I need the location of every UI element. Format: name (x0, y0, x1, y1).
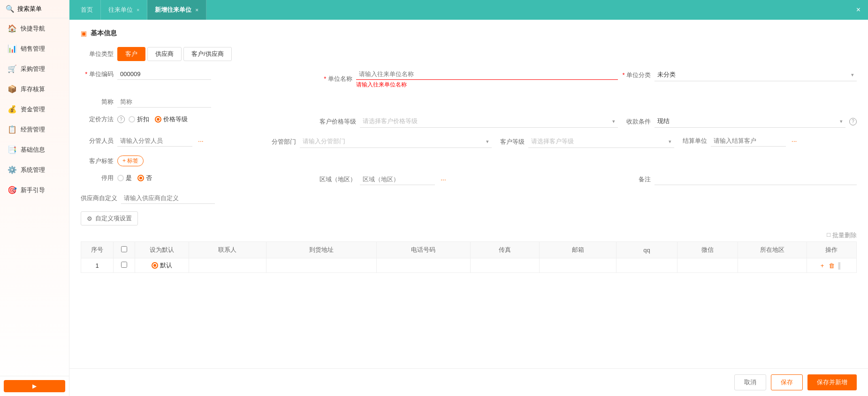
department-placeholder: 请输入分管部门 (303, 137, 345, 146)
tab-new-counterpart-label: 新增往来单位 (155, 6, 191, 14)
type-btn-customer[interactable]: 客户 (117, 47, 145, 61)
abbreviation-row: 简称 (81, 96, 857, 108)
save-new-button[interactable]: 保存并新增 (807, 374, 857, 390)
home-icon: 🏠 (8, 24, 17, 33)
custom-settings-button[interactable]: ⚙ 自定义项设置 (81, 211, 138, 225)
col-region: 所在地区 (738, 242, 807, 258)
abbreviation-input[interactable] (117, 96, 211, 108)
col-address: 到货地址 (266, 242, 376, 258)
select-all-checkbox[interactable] (121, 246, 127, 252)
region-input[interactable] (360, 174, 435, 185)
address-input[interactable] (293, 262, 350, 269)
inventory-icon: 📦 (8, 85, 17, 93)
unit-name-input[interactable] (356, 69, 618, 80)
finance-icon: 💰 (8, 105, 17, 114)
department-arrow: ▾ (486, 139, 489, 145)
tab-home[interactable]: 首页 (73, 0, 101, 20)
sidebar-item-sales[interactable]: 📊 销售管理 (0, 39, 69, 59)
customer-tag-label: 客户标签 (81, 157, 114, 165)
settlement-unit-input[interactable] (711, 135, 786, 147)
sidebar-item-basic-info[interactable]: 📑 基础信息 (0, 140, 69, 160)
tab-counterpart-label: 往来单位 (108, 6, 133, 14)
type-btn-supplier[interactable]: 供应商 (147, 47, 182, 61)
department-select[interactable]: 请输入分管部门 ▾ (300, 135, 491, 148)
sidebar-item-inventory[interactable]: 📦 库存核算 (0, 79, 69, 99)
remark-group: 备注 (618, 174, 857, 185)
disabled-radio-yes[interactable]: 是 (117, 174, 132, 182)
wechat-input[interactable] (693, 262, 722, 269)
pricing-radio-discount[interactable]: 折扣 (129, 115, 149, 124)
col-email: 邮箱 (539, 242, 617, 258)
sidebar: 🔍 搜索菜单 🏠 快捷导航 📊 销售管理 🛒 采购管理 📦 库存核算 💰 资金管… (0, 0, 69, 396)
customer-level-select[interactable]: 请选择客户等级 ▾ (528, 135, 674, 148)
row-checkbox[interactable] (121, 262, 127, 268)
newbie-icon: 🎯 (8, 186, 17, 194)
row-seq: 1 (81, 258, 114, 273)
type-btn-both[interactable]: 客户/供应商 (183, 47, 232, 61)
save-button[interactable]: 保存 (771, 374, 803, 390)
manager-input[interactable] (117, 135, 192, 147)
payment-terms-select[interactable]: 现结 ▾ (655, 115, 845, 128)
sidebar-item-quick-nav[interactable]: 🏠 快捷导航 (0, 18, 69, 39)
payment-terms-value: 现结 (657, 117, 670, 125)
row-delete-icon[interactable]: 🗑 (829, 262, 835, 269)
tab-counterpart-close[interactable]: × (137, 7, 139, 13)
contacts-table: 序号 设为默认 联系人 到货地址 电话号码 传真 邮箱 qq 微信 所在地区 操… (81, 241, 857, 273)
customer-price-level-arrow: ▾ (612, 118, 615, 124)
disabled-radio-no[interactable]: 否 (137, 174, 152, 182)
tab-new-counterpart[interactable]: 新增往来单位 × (147, 0, 206, 20)
contact-input[interactable] (209, 262, 246, 269)
col-seq: 序号 (81, 242, 114, 258)
row-phone (376, 258, 470, 273)
unit-type-group: 单位类型 客户 供应商 客户/供应商 (81, 47, 857, 61)
sidebar-item-purchase[interactable]: 🛒 采购管理 (0, 59, 69, 79)
sidebar-bottom-btn[interactable]: ▶ (4, 380, 65, 392)
row-fax (470, 258, 539, 273)
sidebar-item-system[interactable]: ⚙️ 系统管理 (0, 160, 69, 180)
cancel-button[interactable]: 取消 (734, 374, 766, 390)
disabled-label: 停用 (81, 174, 114, 182)
sidebar-item-finance[interactable]: 💰 资金管理 (0, 99, 69, 119)
supplier-custom-input[interactable] (121, 193, 215, 204)
settlement-ellipsis[interactable]: ··· (790, 137, 799, 145)
disabled-radio-group: 是 否 (117, 174, 152, 182)
row-default-cell: 默认 (135, 258, 189, 273)
pricing-help-icon[interactable]: ? (117, 116, 125, 123)
search-menu[interactable]: 🔍 搜索菜单 (0, 0, 69, 18)
disabled-yes-circle (117, 175, 124, 181)
tab-new-counterpart-close[interactable]: × (195, 7, 198, 13)
batch-delete-label[interactable]: 批量删除 (832, 231, 857, 240)
region-ellipsis[interactable]: ··· (439, 176, 448, 183)
region-table-input[interactable] (756, 262, 789, 269)
customer-tag-group: 客户标签 + 标签 (81, 155, 857, 166)
remark-input[interactable] (655, 174, 857, 185)
pricing-radio-level[interactable]: 价格等级 (155, 115, 188, 124)
fax-input[interactable] (488, 262, 521, 269)
department-group: 分管部门 请输入分管部门 ▾ (263, 135, 491, 148)
row-default-label: 默认 (160, 261, 172, 270)
customer-price-level-select[interactable]: 请选择客户价格等级 ▾ (360, 115, 618, 128)
unit-code-input[interactable] (117, 69, 211, 80)
add-tag-button[interactable]: + 标签 (117, 155, 144, 166)
sidebar-item-newbie[interactable]: 🎯 新手引导 (0, 180, 69, 200)
qq-input[interactable] (632, 262, 661, 269)
unit-type-buttons: 客户 供应商 客户/供应商 (117, 47, 232, 61)
manager-ellipsis[interactable]: ··· (196, 137, 206, 145)
email-input[interactable] (559, 262, 597, 269)
customer-price-level-label: 客户价格等级 (320, 117, 356, 126)
window-close-icon[interactable]: × (853, 6, 864, 14)
sidebar-item-operations[interactable]: 📋 经营管理 (0, 119, 69, 140)
bottom-bar: 取消 保存 保存并新增 (69, 368, 868, 396)
col-wechat: 微信 (677, 242, 738, 258)
row-default-radio[interactable]: 默认 (138, 261, 186, 270)
tab-counterpart[interactable]: 往来单位 × (101, 0, 147, 20)
row-add-icon[interactable]: + (821, 262, 824, 269)
manager-row: 分管人员 ··· 分管部门 请输入分管部门 ▾ 客户等级 请选择客户等级 ▾ 结… (81, 135, 857, 148)
payment-terms-help-icon[interactable]: ? (849, 118, 857, 125)
tab-bar: 首页 往来单位 × 新增往来单位 × × (69, 0, 868, 20)
pricing-level-circle (155, 116, 161, 123)
unit-category-select[interactable]: 未分类 ▾ (655, 69, 857, 81)
remark-label: 备注 (618, 175, 651, 184)
batch-delete-icon: □ (827, 231, 830, 240)
phone-input[interactable] (400, 262, 447, 269)
